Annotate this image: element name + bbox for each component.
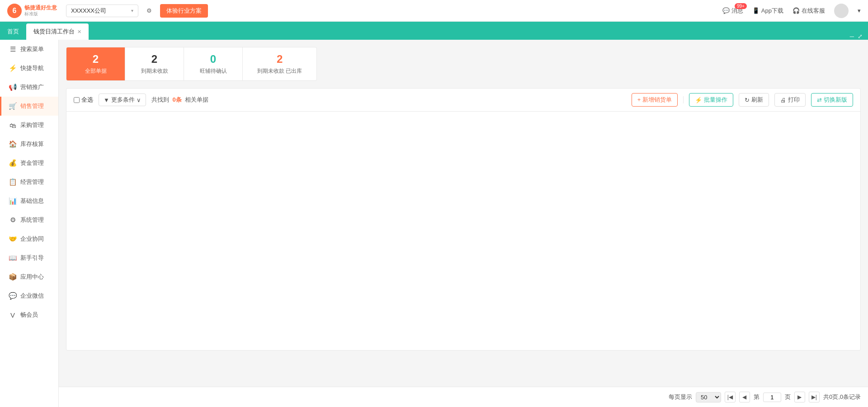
sidebar-label-sales: 销售管理	[20, 102, 44, 110]
app-download-button[interactable]: 📱 App下载	[752, 7, 783, 15]
sidebar-item-quicknav[interactable]: ⚡ 快捷导航	[0, 59, 58, 78]
sidebar-item-guide[interactable]: 📖 新手引导	[0, 248, 58, 267]
service-icon: 🎧	[793, 7, 800, 14]
tab-qianhuo[interactable]: 钱货日清工作台 ✕	[26, 23, 89, 40]
logo-title: 畅捷通好生意	[24, 5, 57, 11]
filter-button[interactable]: ▼ 更多条件 ∨	[99, 94, 146, 106]
select-all-text: 全选	[81, 96, 93, 104]
company-name: XXXXXX公司	[71, 7, 129, 15]
refresh-button[interactable]: ↻ 刷新	[739, 93, 769, 107]
print-button[interactable]: 🖨 打印	[774, 93, 806, 107]
sidebar-item-inventory[interactable]: 🏠 库存核算	[0, 135, 58, 154]
stat-label-pending: 旺辅待确认	[198, 67, 228, 75]
table-area	[66, 115, 860, 350]
logo-subtitle: 标准版	[24, 11, 57, 17]
tab-home[interactable]: 首页	[0, 23, 26, 40]
basic-icon: 📊	[9, 197, 17, 205]
chevron-down-icon: ▾	[858, 7, 861, 14]
page-suffix: 页	[785, 393, 791, 401]
sidebar-item-member[interactable]: V 畅会员	[0, 305, 58, 324]
prev-page-button[interactable]: ◀	[739, 392, 750, 402]
header-right: 💬 消息 99+ 📱 App下载 🎧 在线客服 ▾	[722, 4, 861, 18]
quicknav-icon: ⚡	[9, 64, 17, 72]
top-header: 6 畅捷通好生意 标准版 XXXXXX公司 ▾ ⚙ 体验行业方案 💬 消息 99…	[0, 0, 868, 22]
logo-icon: 6	[7, 4, 22, 18]
sidebar: ☰ 搜索菜单 ⚡ 快捷导航 📢 营销推广 🛒 销售管理 🛍 采购管理 🏠 库存核…	[0, 40, 59, 407]
sidebar-item-sales[interactable]: 🛒 销售管理	[0, 97, 58, 116]
sidebar-item-basic[interactable]: 📊 基础信息	[0, 192, 58, 211]
logo-area: 6 畅捷通好生意 标准版	[7, 4, 66, 18]
stat-cards: 2 全部单据 2 到期未收款 0 旺辅待确认 2 到期未收款 已出库	[66, 47, 317, 81]
batch-operation-button[interactable]: ⚡ 批量操作	[689, 93, 733, 107]
last-page-button[interactable]: ▶|	[809, 392, 820, 402]
stat-label-all: 全部单据	[81, 67, 110, 75]
toolbar: 全选 ▼ 更多条件 ∨ 共找到 0条 相关单据 + 新增销货单 ⚡ 批	[66, 89, 860, 112]
minimize-icon[interactable]: ─	[850, 33, 854, 40]
select-all-label[interactable]: 全选	[74, 96, 93, 104]
logo-text-area: 畅捷通好生意 标准版	[24, 5, 57, 16]
sidebar-item-operation[interactable]: 📋 经营管理	[0, 173, 58, 192]
divider1	[683, 96, 684, 103]
sidebar-item-search[interactable]: ☰ 搜索菜单	[0, 40, 58, 59]
sidebar-item-cooperation[interactable]: 🤝 企业协同	[0, 229, 58, 248]
sidebar-label-wechat: 企业微信	[20, 292, 44, 300]
sidebar-item-finance[interactable]: 💰 资金管理	[0, 154, 58, 173]
expand-icon[interactable]: ⤢	[858, 33, 863, 40]
sidebar-label-member: 畅会员	[20, 311, 38, 319]
member-icon: V	[9, 311, 17, 319]
toolbar-left: 全选 ▼ 更多条件 ∨ 共找到 0条 相关单据	[74, 94, 626, 106]
batch-icon: ⚡	[695, 97, 702, 103]
nav-tab-icons: ─ ⤢	[850, 33, 868, 40]
total-label: 共0页,0条记录	[823, 393, 861, 401]
download-icon: 📱	[752, 7, 760, 14]
select-all-checkbox[interactable]	[74, 97, 80, 103]
per-page-label: 每页显示	[669, 393, 692, 401]
stat-card-shipped[interactable]: 2 到期未收款 已出库	[243, 47, 316, 80]
sidebar-label-operation: 经营管理	[20, 178, 44, 186]
company-selector[interactable]: XXXXXX公司 ▾	[66, 5, 138, 17]
settings-button[interactable]: ⚙	[142, 4, 156, 18]
experience-button[interactable]: 体验行业方案	[160, 4, 208, 18]
sidebar-item-wechat[interactable]: 💬 企业微信	[0, 286, 58, 305]
sidebar-label-finance: 资金管理	[20, 159, 44, 167]
next-page-button[interactable]: ▶	[794, 392, 805, 402]
operation-icon: 📋	[9, 178, 17, 186]
add-sales-button[interactable]: + 新增销货单	[632, 93, 678, 107]
main-content: 2 全部单据 2 到期未收款 0 旺辅待确认 2 到期未收款 已出库 全选	[59, 40, 868, 407]
sidebar-item-system[interactable]: ⚙ 系统管理	[0, 211, 58, 229]
online-service-button[interactable]: 🎧 在线客服	[793, 7, 825, 15]
user-menu[interactable]: ▾	[858, 7, 861, 14]
user-avatar[interactable]	[834, 4, 849, 18]
wechat-icon: 💬	[9, 292, 17, 300]
stat-number-shipped: 2	[257, 53, 302, 65]
sidebar-label-guide: 新手引导	[20, 254, 44, 262]
sales-icon: 🛒	[9, 102, 17, 110]
stat-card-all[interactable]: 2 全部单据	[66, 47, 125, 80]
tab-close-icon[interactable]: ✕	[77, 29, 81, 35]
finance-icon: 💰	[9, 159, 17, 167]
page-input[interactable]	[763, 393, 781, 402]
switch-version-button[interactable]: ⇄ 切换新版	[811, 93, 853, 107]
page-label: 第	[754, 393, 760, 401]
content-area: 全选 ▼ 更多条件 ∨ 共找到 0条 相关单据 + 新增销货单 ⚡ 批	[66, 88, 861, 351]
found-count: 0条	[173, 96, 182, 103]
message-icon: 💬	[722, 7, 730, 14]
filter-label: 更多条件	[111, 96, 135, 104]
sidebar-label-search: 搜索菜单	[20, 45, 44, 53]
message-button[interactable]: 💬 消息 99+	[722, 7, 743, 15]
chevron-down-icon: ▾	[131, 8, 133, 13]
first-page-button[interactable]: |◀	[725, 392, 736, 402]
stat-number-overdue: 2	[140, 53, 169, 65]
inventory-icon: 🏠	[9, 140, 17, 148]
per-page-select[interactable]: 50 20 100	[696, 392, 721, 402]
stat-card-overdue[interactable]: 2 到期未收款	[125, 47, 184, 80]
online-service-label: 在线客服	[802, 7, 825, 15]
purchase-icon: 🛍	[9, 121, 17, 129]
sidebar-label-system: 系统管理	[20, 216, 44, 224]
sidebar-item-purchase[interactable]: 🛍 采购管理	[0, 116, 58, 135]
chevron-down-icon: ∨	[137, 97, 141, 103]
stat-card-pending[interactable]: 0 旺辅待确认	[184, 47, 243, 80]
sidebar-item-marketing[interactable]: 📢 营销推广	[0, 78, 58, 97]
sidebar-label-appcenter: 应用中心	[20, 273, 44, 281]
sidebar-item-appcenter[interactable]: 📦 应用中心	[0, 267, 58, 286]
